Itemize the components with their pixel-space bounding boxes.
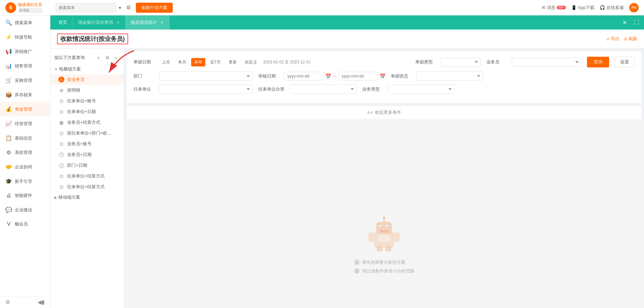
sidebar-item-member[interactable]: V 畅会员 <box>0 217 50 231</box>
sidebar-item-guide[interactable]: 🎓 新手引导 <box>0 174 50 189</box>
sidebar-item-collab[interactable]: 🤝 企业协同 <box>0 160 50 174</box>
date-tab-this-year[interactable]: 本年 <box>191 58 205 66</box>
sidebar-label-marketing: 营销推广 <box>15 49 32 55</box>
header-settings-btn[interactable]: ⚙ <box>124 3 133 12</box>
tab-bank-flow-close[interactable]: ✕ <box>116 20 120 25</box>
dept-select[interactable] <box>159 71 253 81</box>
business-type-select[interactable] <box>388 85 455 94</box>
scheme-item-partner-settlement1[interactable]: ⊡ 往来单位+结算方式 <box>50 171 124 182</box>
scheme-item-label-1: 按明细 <box>67 87 80 93</box>
scheme-item-label-2: 往来单位+账号 <box>67 98 96 104</box>
review-date-end[interactable] <box>338 72 378 81</box>
scheme-item-partner-dept[interactable]: ⊡ 按往来单位+部门+收... <box>50 128 124 139</box>
sidebar-item-wechat[interactable]: 💬 企业微信 <box>0 203 50 217</box>
set-btn[interactable]: 设置 <box>614 57 635 67</box>
sidebar-item-finance[interactable]: 💰 资金管理 <box>0 102 50 116</box>
scheme-item-by-salesperson[interactable]: 人 按业务员 <box>50 74 124 85</box>
sidebar-item-hardware[interactable]: 🖨 智能硬件 <box>0 189 50 203</box>
scheme-item-label-5: 按往来单位+部门+收... <box>67 130 111 136</box>
sidebar-item-base-info[interactable]: 📋 基础信息 <box>0 131 50 145</box>
tab-bank-flow[interactable]: 现金银行流水查询 ✕ <box>73 15 125 30</box>
empty-illustration: 1 请先选择要分析的方案 2 用过滤条件来缩小分析范围 <box>340 202 428 289</box>
scheme-item-label-8: 部门+日期 <box>67 162 87 168</box>
page-header: 收款情况统计(按业务员) ↗ 导出 ↺ 刷新 <box>50 30 644 49</box>
scheme-desktop-group: ▼ 电脑端方案 人 按业务员 ⊞ 按明细 ⊡ <box>50 64 124 192</box>
scheme-item-salesperson-account[interactable]: ⊡ 业务员+账号 <box>50 139 124 149</box>
export-btn[interactable]: ↗ 导出 <box>606 36 620 42</box>
sidebar-footer-settings-icon[interactable]: ⚙ <box>5 299 10 305</box>
partner-more-icon[interactable]: ··· <box>248 87 252 92</box>
message-icon: ✉ <box>542 5 545 10</box>
date-tab-more[interactable]: 更多 <box>226 58 240 66</box>
salesperson-more-icon[interactable]: ··· <box>577 60 580 65</box>
message-btn[interactable]: ✉ 消息 99+ <box>542 5 566 11</box>
scheme-item-label-4: 业务员+结算方式 <box>67 119 100 125</box>
partner-input[interactable] <box>159 85 253 94</box>
tab-fullscreen-btn[interactable]: ⛶ <box>632 18 641 27</box>
sidebar-item-inventory[interactable]: 📦 库存核算 <box>0 88 50 102</box>
svg-rect-1 <box>376 222 392 234</box>
search-menu-input[interactable] <box>56 3 116 12</box>
scheme-item-salesperson-settlement[interactable]: ▦ 业务员+结算方式 <box>50 117 124 128</box>
scheme-settings-btn[interactable]: ⚙ <box>104 54 111 61</box>
tab-home-label: 首页 <box>58 19 67 25</box>
scheme-item-partner-account[interactable]: ⊡ 往来单位+账号 <box>50 96 124 106</box>
tab-receipt-stats-close[interactable]: ✕ <box>160 20 164 25</box>
sidebar-label-finance: 资金管理 <box>15 106 32 112</box>
app-name: 畅捷通好生意 <box>18 2 42 8</box>
review-date-start[interactable] <box>284 72 324 81</box>
sidebar-item-purchase[interactable]: 🛒 采购管理 <box>0 73 50 88</box>
sidebar-item-system[interactable]: ⚙ 系统管理 <box>0 145 50 160</box>
business-type-label: 业务类型 <box>362 86 382 92</box>
scheme-mobile-group-header[interactable]: ▶ 移动端方案 <box>50 192 124 202</box>
category-type-select[interactable] <box>441 58 481 67</box>
svg-point-7 <box>383 217 385 219</box>
message-badge: 99+ <box>557 6 566 9</box>
refresh-btn[interactable]: ↺ 刷新 <box>624 36 637 42</box>
desktop-group-label: 电脑端方案 <box>59 66 81 72</box>
tab-receipt-stats[interactable]: 收款情况统计 ✕ <box>125 15 169 30</box>
sidebar-item-marketing[interactable]: 📢 营销推广 <box>0 44 50 59</box>
scheme-item-salesperson-date[interactable]: 🕐 业务员+日期 <box>50 149 124 160</box>
date-tab-custom[interactable]: 自定义 <box>242 58 260 66</box>
scheme-item-label-6: 业务员+账号 <box>67 141 92 147</box>
sidebar-label-member: 畅会员 <box>15 221 28 227</box>
tab-receipt-stats-label: 收款情况统计 <box>131 19 157 25</box>
header-dropdown-btn[interactable]: ▾ <box>119 5 121 10</box>
date-tab-last-month[interactable]: 上月 <box>159 58 173 66</box>
scheme-item-dept-date[interactable]: 🕐 部门+日期 <box>50 160 124 171</box>
scheme-panel-label: 按以下方案查询 <box>54 55 85 61</box>
system-icon: ⚙ <box>5 149 12 156</box>
sidebar-item-search[interactable]: 🔍 搜索菜单 <box>0 15 50 30</box>
collapse-more-bar[interactable]: ∧∧ 收起更多条件 <box>127 106 641 119</box>
doc-status-select[interactable] <box>416 71 483 81</box>
scheme-item-partner-date[interactable]: ⊡ 往来单位+日期 <box>50 106 124 117</box>
app-layout: 🔍 搜索菜单 ⚡ 快捷导航 📢 营销推广 📊 销售管理 🛒 采购管理 📦 库存核… <box>0 15 644 308</box>
sidebar-item-operations[interactable]: 📈 经营管理 <box>0 116 50 131</box>
filter-panel: 单据日期 上月 本月 本年 近7天 更多 自定义 2023-01-01 至 20… <box>127 51 641 103</box>
scheme-add-btn[interactable]: + <box>95 54 102 61</box>
app-download-btn[interactable]: 📱 App下载 <box>571 5 594 11</box>
online-service-btn[interactable]: 🎧 在线客服 <box>600 5 624 11</box>
date-range-text: 2023-01-01 至 2023-12-31 <box>263 59 311 65</box>
trial-industry-btn[interactable]: 体验行业方案 <box>136 3 173 13</box>
wechat-icon: 💬 <box>5 207 12 213</box>
scheme-desktop-group-header[interactable]: ▼ 电脑端方案 <box>50 64 124 74</box>
scheme-collapse-btn[interactable]: « <box>112 54 120 61</box>
date-tab-last-7days[interactable]: 近7天 <box>207 58 224 66</box>
svg-rect-9 <box>394 233 400 242</box>
query-btn[interactable]: 查询 <box>587 57 609 67</box>
sidebar-item-quicknav[interactable]: ⚡ 快捷导航 <box>0 30 50 44</box>
business-type-select-wrapper <box>388 85 455 94</box>
sidebar-item-sales[interactable]: 📊 销售管理 <box>0 59 50 73</box>
scheme-item-by-detail[interactable]: ⊞ 按明细 <box>50 85 124 96</box>
date-tab-this-month[interactable]: 本月 <box>175 58 189 66</box>
sidebar-footer-collapse-icon[interactable]: ◀▮ <box>38 299 45 305</box>
user-avatar[interactable]: Rit <box>629 3 639 12</box>
tab-home[interactable]: 首页 <box>53 15 73 30</box>
salesperson-input[interactable] <box>512 58 582 67</box>
tab-bank-flow-label: 现金银行流水查询 <box>78 19 113 25</box>
scheme-item-partner-settlement2[interactable]: ⊡ 往来单位+结算方式 <box>50 182 124 192</box>
partner-category-select[interactable] <box>290 85 357 94</box>
tab-close-all-btn[interactable]: ✕ <box>620 18 629 27</box>
